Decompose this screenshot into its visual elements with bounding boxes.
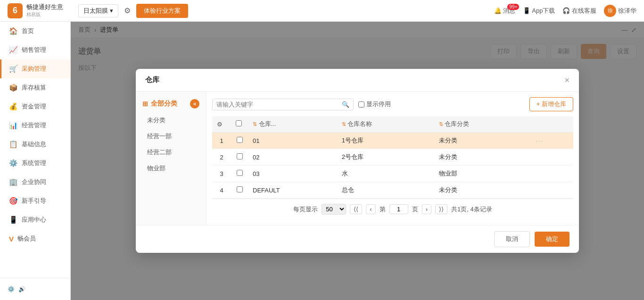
sidebar-item-purchase[interactable]: 🛒 采购管理 — [0, 59, 70, 78]
disabled-toggle[interactable] — [358, 101, 364, 108]
row-checkbox-4[interactable] — [237, 186, 243, 192]
headset-icon: 🎧 — [562, 7, 570, 14]
sidebar-bottom-settings[interactable]: ⚙️ 🔊 — [0, 282, 70, 296]
logo-name: 畅捷通好生意 — [26, 3, 63, 11]
table-row[interactable]: 3 03 水 物业部 — [212, 166, 573, 182]
sidebar-item-system[interactable]: ⚙️ 系统管理 — [0, 154, 70, 173]
grid-icon: ⊞ — [142, 100, 148, 108]
dialog-actions: 取消 确定 — [136, 225, 579, 253]
table-row[interactable]: 2 02 2号仓库 未分类 — [212, 149, 573, 166]
last-page-button[interactable]: ⟩⟩ — [435, 204, 447, 214]
sidebar-label-system: 系统管理 — [22, 159, 46, 167]
row-check — [231, 166, 248, 182]
sidebar-item-sales[interactable]: 📈 销售管理 — [0, 41, 70, 59]
table-header: ⚙ ⇅ 仓库... — [212, 116, 573, 133]
show-disabled-checkbox[interactable]: 显示停用 — [358, 100, 391, 108]
notification-badge: 99+ — [507, 4, 519, 10]
online-service-btn[interactable]: 🎧 在线客服 — [562, 7, 596, 15]
sidebar-item-finance[interactable]: 💰 资金管理 — [0, 97, 70, 116]
row-category: 物业部 — [434, 166, 531, 182]
col-code: ⇅ 仓库... — [248, 116, 337, 133]
table-row[interactable]: 4 DEFAULT 总仓 未分类 — [212, 182, 573, 199]
sidebar-label-enterprise: 企业协同 — [22, 178, 46, 186]
home-icon: 🏠 — [9, 27, 18, 35]
sidebar-item-operations[interactable]: 📊 经营管理 — [0, 116, 70, 135]
select-all-checkbox[interactable] — [236, 120, 242, 126]
bell-icon: 🔔 — [494, 7, 502, 14]
col-actions — [531, 116, 573, 133]
new-warehouse-button[interactable]: + 新增仓库 — [529, 97, 573, 111]
logo-sub: 精易版 — [26, 11, 63, 18]
col-name: ⇅ 仓库名称 — [337, 116, 434, 133]
row-code: 03 — [248, 166, 337, 182]
membership-icon: V — [9, 235, 14, 243]
warehouse-table-container: ⚙ ⇅ 仓库... — [212, 116, 573, 199]
sidebar-item-enterprise[interactable]: 🏢 企业协同 — [0, 173, 70, 192]
appcenter-icon: 📱 — [9, 216, 18, 224]
per-page-select[interactable]: 50 10 20 100 — [322, 204, 346, 215]
row-num: 1 — [212, 133, 231, 149]
basic-icon: 📋 — [9, 140, 18, 149]
sidebar-item-appcenter[interactable]: 📱 应用中心 — [0, 210, 70, 229]
col-check — [231, 116, 248, 133]
category-item-dept2[interactable]: 经营二部 — [136, 144, 206, 160]
row-checkbox-3[interactable] — [237, 170, 243, 176]
table-row[interactable]: 1 01 1号仓库 未分类 ··· — [212, 133, 573, 149]
row-more — [531, 166, 573, 182]
settings-icon: ⚙️ — [8, 286, 15, 292]
row-category: 未分类 — [434, 133, 531, 149]
notifications-btn[interactable]: 🔔 99+ 消息 — [494, 7, 516, 15]
finance-icon: 💰 — [9, 102, 18, 111]
top-header: 6 畅捷通好生意 精易版 日太阳膜 ▾ ⚙ 体验行业方案 🔔 99+ 消息 📱 … — [0, 0, 644, 22]
warehouse-table: ⚙ ⇅ 仓库... — [212, 116, 573, 199]
sidebar-item-basic[interactable]: 📋 基础信息 — [0, 135, 70, 154]
operations-icon: 📊 — [9, 121, 18, 130]
row-checkbox-2[interactable] — [237, 153, 243, 159]
dialog-category-sidebar: ⊞ 全部分类 « 未分类 经营一部 经营 — [136, 92, 206, 225]
category-item-dept1[interactable]: 经营一部 — [136, 128, 206, 144]
prev-page-button[interactable]: ‹ — [366, 204, 375, 214]
dialog-close-button[interactable]: × — [564, 76, 570, 84]
sidebar-item-inventory[interactable]: 📦 库存核算 — [0, 78, 70, 97]
first-page-button[interactable]: ⟨⟨ — [350, 204, 362, 214]
main-layout: 🏠 首页 📈 销售管理 🛒 采购管理 📦 库存核算 💰 资金管理 📊 经营管理 … — [0, 22, 644, 300]
row-num: 2 — [212, 149, 231, 166]
gear-icon[interactable]: ⚙ — [124, 6, 131, 15]
row-category: 未分类 — [434, 149, 531, 166]
row-category: 未分类 — [434, 182, 531, 199]
user-menu[interactable]: 徐 徐泽华 — [604, 5, 636, 17]
app-download-btn[interactable]: 📱 App下载 — [523, 7, 555, 15]
row-check — [231, 149, 248, 166]
sidebar-item-membership[interactable]: V 畅会员 — [0, 229, 70, 248]
volume-icon: 🔊 — [18, 286, 25, 292]
row-name: 2号仓库 — [337, 149, 434, 166]
confirm-button[interactable]: 确定 — [535, 232, 570, 247]
sidebar-label-operations: 经营管理 — [22, 121, 46, 130]
search-input[interactable] — [216, 101, 339, 108]
category-item-property[interactable]: 物业部 — [136, 160, 206, 176]
purchase-icon: 🛒 — [9, 65, 18, 73]
sidebar-label-guide: 新手引导 — [22, 197, 46, 205]
search-icon[interactable]: 🔍 — [342, 101, 349, 108]
inventory-icon: 📦 — [9, 83, 18, 92]
next-page-button[interactable]: › — [422, 204, 431, 214]
sales-icon: 📈 — [9, 46, 18, 54]
store-selector[interactable]: 日太阳膜 ▾ — [78, 4, 118, 17]
trial-button[interactable]: 体验行业方案 — [136, 4, 188, 18]
all-category-item[interactable]: ⊞ 全部分类 « — [136, 95, 206, 112]
sidebar: 🏠 首页 📈 销售管理 🛒 采购管理 📦 库存核算 💰 资金管理 📊 经营管理 … — [0, 22, 71, 300]
row-num: 3 — [212, 166, 231, 182]
row-code: 02 — [248, 149, 337, 166]
row-checkbox-1[interactable] — [237, 137, 243, 143]
more-icon[interactable]: ··· — [536, 137, 544, 144]
cancel-button[interactable]: 取消 — [494, 231, 530, 247]
sidebar-label-basic: 基础信息 — [22, 140, 46, 149]
sidebar-item-home[interactable]: 🏠 首页 — [0, 22, 70, 41]
dialog-title: 仓库 — [145, 75, 159, 84]
sidebar-item-guide[interactable]: 🎯 新手引导 — [0, 192, 70, 210]
col-category: ⇅ 仓库分类 — [434, 116, 531, 133]
category-item-unclassified[interactable]: 未分类 — [136, 112, 206, 128]
sort-icon-name: ⇅ — [342, 121, 346, 127]
collapse-sidebar-button[interactable]: « — [190, 99, 199, 108]
page-input[interactable] — [389, 204, 408, 214]
